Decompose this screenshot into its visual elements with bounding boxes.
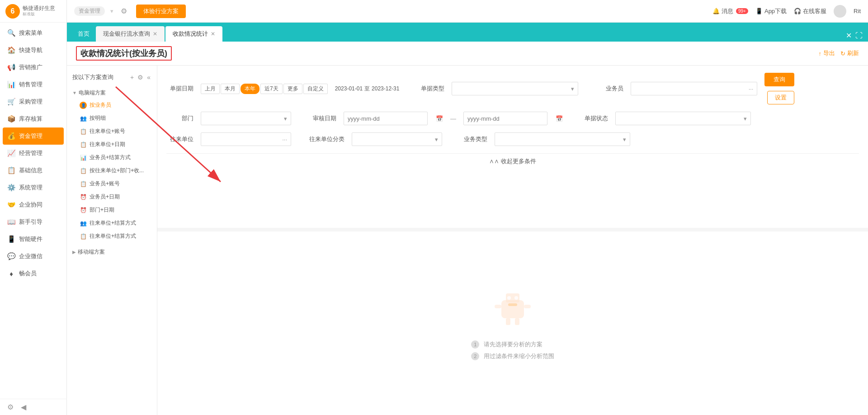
user-avatar[interactable]: [834, 5, 846, 18]
salesperson-date-icon: ⏰: [80, 193, 87, 201]
scheme-collapse-icon[interactable]: «: [146, 73, 151, 82]
scheme-add-icon[interactable]: +: [129, 73, 135, 82]
scheme-group-desktop: ▼ 电脑端方案 👤 按业务员 👥 按明细 📋 往来单位+账号: [67, 85, 157, 245]
scheme-item-by-salesperson[interactable]: 👤 按业务员: [67, 99, 157, 112]
trial-btn[interactable]: 体验行业方案: [136, 5, 186, 18]
member-icon: ♦: [7, 269, 15, 278]
partner-date-icon: 📋: [80, 141, 87, 148]
partner-settlement2-icon: 📋: [80, 233, 87, 240]
calendar-end-icon[interactable]: 📅: [556, 115, 563, 122]
tab-collection-stats[interactable]: 收款情况统计 ✕: [165, 26, 222, 42]
topbar-gear-icon[interactable]: ⚙: [121, 7, 127, 15]
purchase-icon: 🛒: [7, 98, 15, 106]
topbar: 资金管理 ▾ ⚙ 体验行业方案 🔔 消息 99+ 📱 App下载 🎧 在线客服 …: [67, 0, 868, 23]
sidebar-item-system[interactable]: ⚙️ 系统管理: [0, 179, 66, 196]
tab-home[interactable]: 首页: [72, 26, 95, 42]
date-btn-more[interactable]: 更多: [283, 84, 302, 94]
page-title: 收款情况统计(按业务员): [76, 46, 172, 61]
sidebar-item-member[interactable]: ♦ 畅会员: [0, 265, 66, 282]
app-download-item[interactable]: 📱 App下载: [755, 7, 787, 15]
sidebar-item-search-menu[interactable]: 🔍 搜索菜单: [0, 24, 66, 42]
date-btn-custom[interactable]: 自定义: [303, 84, 328, 94]
dept-label: 部门: [166, 114, 193, 123]
sidebar-item-finance[interactable]: 💰 资金管理: [3, 127, 64, 145]
sidebar-item-purchase[interactable]: 🛒 采购管理: [0, 93, 66, 110]
tab-bank-flow[interactable]: 现金银行流水查询 ✕: [96, 26, 165, 42]
scheme-item-partner-dept[interactable]: 📋 按往来单位+部门+收...: [67, 164, 157, 177]
tab-bank-flow-close-icon[interactable]: ✕: [153, 31, 157, 37]
scheme-item-salesperson-account[interactable]: 📋 业务员+账号: [67, 177, 157, 190]
tab-expand-icon[interactable]: ⛶: [855, 32, 863, 40]
bell-icon: 🔔: [712, 8, 720, 14]
collapse-sidebar-icon[interactable]: ◀: [21, 403, 26, 411]
phone-icon: 📱: [755, 8, 763, 14]
scheme-item-salesperson-date[interactable]: ⏰ 业务员+日期: [67, 190, 157, 203]
sidebar-item-sales[interactable]: 📊 销售管理: [0, 76, 66, 93]
calendar-start-icon[interactable]: 📅: [436, 115, 443, 122]
breadcrumb: 资金管理: [74, 6, 105, 16]
filter-collapse-btn[interactable]: ∧∧ 收起更多条件: [166, 153, 859, 169]
sidebar-item-smart-hardware[interactable]: 📱 智能硬件: [0, 231, 66, 248]
voucher-type-select[interactable]: ▾: [452, 82, 578, 95]
date-btn-last-7days[interactable]: 近7天: [260, 84, 283, 94]
dept-date-icon: ⏰: [80, 207, 87, 214]
filter-settings-btn[interactable]: 设置: [767, 91, 794, 104]
step2-num: 2: [471, 352, 479, 360]
scheme-item-salesperson-settlement[interactable]: 📊 业务员+结算方式: [67, 151, 157, 164]
partner-select[interactable]: ···: [201, 132, 291, 146]
topbar-right: 🔔 消息 99+ 📱 App下载 🎧 在线客服 Rit: [712, 5, 861, 18]
review-date-end-input[interactable]: [463, 112, 547, 125]
empty-state: 1 请先选择要分析的方案 2 用过滤条件来缩小分析范围: [157, 231, 868, 415]
inventory-icon: 📦: [7, 115, 15, 123]
smart-hardware-icon: 📱: [7, 235, 15, 243]
date-btn-this-month[interactable]: 本月: [221, 84, 240, 94]
tab-collection-stats-close-icon[interactable]: ✕: [211, 31, 215, 37]
scheme-group-mobile-title[interactable]: ▶ 移动端方案: [67, 246, 157, 258]
desktop-group-arrow-icon: ▼: [72, 90, 77, 95]
sidebar-item-quick-nav[interactable]: 🏠 快捷导航: [0, 42, 66, 59]
refresh-btn[interactable]: ↻ 刷新: [840, 49, 859, 57]
scheme-settings-icon[interactable]: ⚙: [137, 73, 144, 82]
marketing-icon: 📢: [7, 63, 15, 71]
scheme-item-partner-settlement1[interactable]: 👥 往来单位+结算方式: [67, 217, 157, 230]
finance-icon: 💰: [7, 132, 15, 140]
sidebar-item-guide[interactable]: 📖 新手引导: [0, 213, 66, 231]
svg-point-3: [514, 296, 518, 300]
sidebar-item-enterprise[interactable]: 🤝 企业协同: [0, 196, 66, 213]
sidebar-item-enterprise-wechat[interactable]: 💬 企业微信: [0, 248, 66, 265]
sidebar-item-basic-info[interactable]: 📋 基础信息: [0, 162, 66, 179]
business-type-select[interactable]: ▾: [495, 132, 630, 146]
dept-select[interactable]: ▾: [201, 112, 291, 125]
scheme-group-desktop-title[interactable]: ▼ 电脑端方案: [67, 87, 157, 99]
scheme-header-actions: + ⚙ «: [129, 73, 151, 82]
scheme-item-by-detail[interactable]: 👥 按明细: [67, 112, 157, 125]
date-btn-last-month[interactable]: 上月: [201, 84, 220, 94]
scheme-item-partner-settlement2[interactable]: 📋 往来单位+结算方式: [67, 230, 157, 243]
online-service-item[interactable]: 🎧 在线客服: [794, 7, 826, 15]
partner-category-select[interactable]: ▾: [352, 132, 442, 146]
voucher-status-select[interactable]: ▾: [615, 112, 751, 125]
page-actions: ↑ 导出 ↻ 刷新: [819, 49, 859, 57]
partner-label: 往来单位: [166, 135, 193, 143]
scheme-item-partner-account[interactable]: 📋 往来单位+账号: [67, 125, 157, 138]
date-buttons: 上月 本月 本年 近7天 更多 自定义: [201, 84, 328, 94]
sidebar-item-marketing[interactable]: 📢 营销推广: [0, 59, 66, 76]
sidebar-item-business[interactable]: 📈 经营管理: [0, 145, 66, 162]
salesperson-account-icon: 📋: [80, 180, 87, 188]
scheme-item-partner-date[interactable]: 📋 往来单位+日期: [67, 138, 157, 151]
notifications-item[interactable]: 🔔 消息 99+: [712, 7, 748, 15]
date-btn-this-year[interactable]: 本年: [241, 84, 259, 94]
salesperson-more-icon: ···: [749, 85, 754, 92]
settings-bottom-icon[interactable]: ⚙: [7, 403, 14, 411]
export-btn[interactable]: ↑ 导出: [819, 49, 835, 57]
review-date-start-input[interactable]: [344, 112, 428, 125]
active-indicator: 👤: [80, 102, 87, 109]
sidebar-item-inventory[interactable]: 📦 库存核算: [0, 110, 66, 127]
detail-icon: 👥: [80, 115, 87, 122]
filter-row-1: 单据日期 上月 本月 本年 近7天 更多 自定义 2023-01-01 至: [166, 73, 859, 104]
salesperson-select[interactable]: ···: [631, 82, 757, 95]
scheme-item-dept-date[interactable]: ⏰ 部门+日期: [67, 203, 157, 217]
filter-panel: 单据日期 上月 本月 本年 近7天 更多 自定义 2023-01-01 至: [157, 66, 868, 228]
tab-close-all-icon[interactable]: ✕: [846, 31, 852, 40]
query-btn[interactable]: 查询: [764, 73, 794, 86]
